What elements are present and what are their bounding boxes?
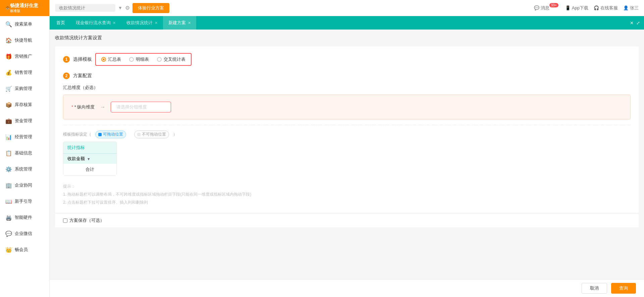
settings-icon[interactable]: ⚙: [125, 5, 130, 11]
indicators-hint: 模板指标设定（ 可拖动位置 不可拖动位置 ）: [63, 131, 631, 138]
message-label: 消息: [541, 5, 549, 11]
service-label: 在线客服: [600, 5, 618, 11]
draggable-dot: [98, 133, 102, 136]
dimension-select-placeholder: 请选择分组维度: [116, 104, 147, 109]
message-icon: 💬: [534, 5, 539, 10]
industry-btn[interactable]: 体验行业方案: [132, 3, 169, 13]
sidebar-item-operations[interactable]: 📊 经营管理: [0, 129, 49, 145]
gear-icon: ⚙️: [5, 166, 12, 172]
tab-close-icon[interactable]: ✕: [188, 21, 191, 25]
save-checkbox-label: 方案保存（可选）: [69, 217, 104, 224]
crown-icon: 👑: [5, 247, 12, 253]
dropdown-icon[interactable]: ▼: [118, 5, 122, 10]
money-icon: 💰: [5, 69, 12, 76]
sidebar-item-basic-info[interactable]: 📋 基础信息: [0, 145, 49, 161]
section2-number: 2: [63, 72, 70, 79]
download-icon: 📱: [565, 5, 571, 10]
section1-title: 选择模板: [73, 56, 92, 62]
dimension-label: 汇总维度（必选）: [63, 85, 631, 91]
sidebar-label: 营销推广: [15, 53, 32, 59]
config-section: 2 方案配置 汇总维度（必选） * * 纵向维度 → 请选择分组维度: [63, 72, 631, 206]
download-action[interactable]: 📱 App下载: [565, 5, 588, 11]
book-icon: 📖: [5, 198, 12, 205]
page-footer: 方案保存（可选）: [55, 213, 639, 228]
expand-icon[interactable]: ⤢: [636, 20, 640, 26]
stat-col1-label: 收款金额: [67, 156, 85, 162]
radio-circle-summary: [101, 57, 106, 62]
user-icon: 👤: [623, 5, 629, 10]
sidebar-item-hardware[interactable]: 🖨️ 智能硬件: [0, 209, 49, 226]
sidebar-label: 基础信息: [15, 150, 32, 156]
sidebar-item-system[interactable]: ⚙️ 系统管理: [0, 161, 49, 177]
template-options: 汇总表 明细表 交叉统计表: [95, 53, 192, 66]
bottom-bar: 取消 查询: [50, 279, 644, 297]
tab-bank-flow[interactable]: 现金银行流水查询 ✕: [70, 16, 121, 30]
divider: [63, 125, 631, 125]
close-window-icon[interactable]: ✕: [630, 20, 634, 26]
sidebar-item-purchase[interactable]: 🛒 采购管理: [0, 81, 49, 97]
stat-subtotal-row: 合计: [63, 164, 116, 175]
building-icon: 🏢: [5, 182, 12, 189]
page-title: 收款情况统计方案设置: [55, 35, 639, 41]
app-title: 畅捷通好生意: [10, 3, 38, 9]
sidebar-item-quick-nav[interactable]: 🏠 快捷导航: [0, 32, 49, 48]
sidebar-item-guide[interactable]: 📖 新手引导: [0, 193, 49, 209]
non-draggable-dot: [137, 133, 141, 136]
tab-collection-stats[interactable]: 收款情况统计 ✕: [121, 16, 163, 30]
sidebar-label: 库存核算: [15, 102, 32, 108]
chat-icon: 💬: [5, 231, 12, 237]
tab-home[interactable]: 首页: [51, 16, 70, 30]
headset-icon: 🎧: [594, 5, 599, 10]
dropdown-chevron[interactable]: ▾: [88, 156, 90, 161]
sidebar-label: 企业协同: [15, 182, 32, 188]
breadcrumb-input[interactable]: [55, 4, 115, 12]
radio-summary[interactable]: 汇总表: [101, 56, 121, 62]
save-checkbox[interactable]: 方案保存（可选）: [63, 217, 104, 224]
indicator-table: 统计指标 收款金额 ▾ 合计: [63, 142, 117, 176]
tab-collection-stats-label: 收款情况统计: [126, 20, 153, 26]
sidebar-label: 畅会员: [15, 247, 28, 253]
radio-cross[interactable]: 交叉统计表: [157, 56, 185, 62]
sidebar-label: 快捷导航: [15, 37, 32, 43]
message-action[interactable]: 💬 消息 99+: [534, 5, 560, 11]
sidebar-item-member[interactable]: 👑 畅会员: [0, 242, 49, 258]
sidebar-item-sales[interactable]: 💰 销售管理: [0, 64, 49, 81]
sidebar-item-finance[interactable]: 💼 资金管理: [0, 113, 49, 129]
query-button[interactable]: 查询: [611, 283, 636, 294]
message-badge: 99+: [549, 3, 558, 7]
user-action[interactable]: 👤 张三: [623, 5, 639, 11]
tab-close-icon[interactable]: ✕: [113, 21, 116, 25]
tab-close-icon[interactable]: ✕: [155, 21, 158, 25]
dimension-row: * * 纵向维度 → 请选择分组维度: [71, 102, 622, 112]
tip1: 1. 拖动标题栏可以调整布局，不可跨维度或指标区域拖动栏目字段(只能在同一维度或…: [63, 192, 251, 197]
sidebar-item-inventory[interactable]: 📦 库存核算: [0, 97, 49, 113]
header-right: 💬 消息 99+ 📱 App下载 🎧 在线客服 👤 张三: [534, 5, 639, 11]
download-label: App下载: [572, 5, 588, 11]
box-icon: 📦: [5, 102, 12, 108]
service-action[interactable]: 🎧 在线客服: [594, 5, 618, 11]
indicators-setting-label: 模板指标设定（: [63, 132, 91, 137]
section2-title: 方案配置: [73, 73, 92, 79]
dimension-area: * * 纵向维度 → 请选择分组维度: [63, 95, 631, 119]
sidebar-label: 销售管理: [15, 69, 32, 76]
sidebar-label: 企业微信: [15, 231, 32, 237]
dimension-select[interactable]: 请选择分组维度: [111, 102, 171, 112]
cancel-button[interactable]: 取消: [582, 283, 607, 294]
required-star: *: [71, 104, 74, 109]
app-subtitle: 标准版: [10, 9, 38, 13]
sidebar-item-corp[interactable]: 🏢 企业协同: [0, 177, 49, 193]
tab-new-plan[interactable]: 新建方案 ✕: [163, 16, 196, 30]
sidebar-item-marketing[interactable]: 🎁 营销推广: [0, 48, 49, 64]
indicator-table-header: 统计指标: [63, 142, 116, 153]
section1-number: 1: [63, 56, 70, 63]
top-header: ▼ ⚙ 体验行业方案 💬 消息 99+ 📱 App下载 🎧 在线客服 👤 张三: [50, 0, 644, 16]
tab-bank-flow-label: 现金银行流水查询: [76, 20, 111, 26]
save-checkbox-input[interactable]: [63, 218, 67, 223]
main-card: 1 选择模板 汇总表 明细表 交叉统计表: [55, 46, 639, 213]
sidebar-item-wechat[interactable]: 💬 企业微信: [0, 226, 49, 242]
radio-detail[interactable]: 明细表: [129, 56, 149, 62]
section1-header: 1 选择模板 汇总表 明细表 交叉统计表: [63, 53, 631, 66]
chart-icon: 📊: [5, 134, 12, 140]
sidebar-item-search-menu[interactable]: 🔍 搜索菜单: [0, 16, 49, 32]
stat-col-header: 收款金额 ▾: [63, 153, 116, 164]
